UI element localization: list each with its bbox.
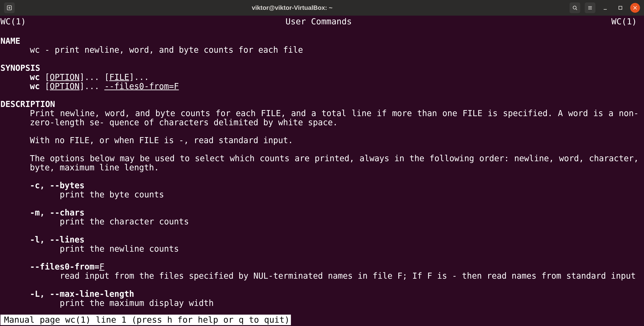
man-header-left: WC(1): [0, 17, 26, 26]
option-desc-bytes: print the byte counts: [0, 190, 644, 199]
description-para-2: With no FILE, or when FILE is -, read st…: [0, 136, 644, 145]
hamburger-icon: [587, 5, 593, 11]
description-para-3: The options below may be used to select …: [0, 154, 644, 172]
search-icon: [572, 5, 578, 11]
maximize-button[interactable]: [615, 3, 626, 13]
synopsis-bracket: [: [45, 82, 50, 91]
option-flag-prefix: --files0-from=: [30, 262, 100, 271]
blank-line: [0, 226, 644, 235]
window-titlebar: viktor@viktor-VirtualBox: ~: [0, 0, 644, 16]
option-desc-lines: print the newline counts: [0, 244, 644, 254]
titlebar-right-group: [570, 3, 640, 13]
blank-line: [0, 28, 644, 37]
man-header-right: WC(1): [612, 17, 637, 26]
svg-line-4: [576, 9, 577, 10]
new-tab-icon: [6, 5, 12, 11]
option-flags-chars: -m, --chars: [0, 208, 644, 218]
titlebar-left-group: [4, 3, 15, 13]
option-flag-arg: F: [100, 262, 104, 271]
synopsis-bracket: [: [45, 72, 50, 82]
synopsis-line-1: wc [OPTION]... [FILE]...: [0, 73, 644, 82]
window-title: viktor@viktor-VirtualBox: ~: [15, 5, 570, 11]
man-header-row: WC(1) User Commands WC(1): [0, 16, 644, 28]
blank-line: [0, 145, 644, 154]
option-desc-maxlen: print the maximum display width: [0, 299, 644, 308]
description-para-1: Print newline, word, and byte counts for…: [0, 109, 644, 127]
man-header-center: User Commands: [286, 17, 352, 26]
blank-line: [0, 91, 644, 100]
section-heading-name: NAME: [0, 37, 644, 46]
option-flags-bytes: -c, --bytes: [0, 181, 644, 190]
section-heading-synopsis: SYNOPSIS: [0, 64, 644, 73]
blank-line: [0, 55, 644, 64]
synopsis-bracket: ]...: [129, 72, 149, 82]
synopsis-line-2: wc [OPTION]... --files0-from=F: [0, 82, 644, 91]
option-flags-files0: --files0-from=F: [0, 262, 644, 271]
synopsis-cmd: wc: [30, 82, 40, 91]
maximize-icon: [617, 5, 624, 11]
name-text: wc - print newline, word, and byte count…: [0, 46, 644, 55]
man-status-line[interactable]: Manual page wc(1) line 1 (press h for he…: [0, 315, 291, 325]
synopsis-option: OPTION: [50, 72, 80, 82]
man-page-viewport[interactable]: WC(1) User Commands WC(1) NAME wc - prin…: [0, 16, 644, 308]
option-flags-maxlen: -L, --max-line-length: [0, 290, 644, 299]
blank-line: [0, 199, 644, 208]
close-button[interactable]: [630, 3, 640, 13]
synopsis-cmd: wc: [30, 72, 40, 82]
option-desc-chars: print the character counts: [0, 217, 644, 226]
option-flags-lines: -l, --lines: [0, 235, 644, 244]
synopsis-bracket: ]... [: [80, 72, 110, 82]
option-desc-files0: read input from the files specified by N…: [0, 271, 644, 281]
search-button[interactable]: [570, 3, 580, 13]
synopsis-arg: --files0-from=F: [104, 82, 179, 91]
svg-rect-9: [619, 6, 622, 9]
synopsis-option: OPTION: [50, 82, 80, 91]
new-tab-button[interactable]: [4, 3, 15, 13]
synopsis-file: FILE: [109, 72, 129, 82]
svg-point-3: [573, 6, 576, 9]
menu-button[interactable]: [585, 3, 596, 13]
blank-line: [0, 281, 644, 290]
blank-line: [0, 127, 644, 136]
blank-line: [0, 253, 644, 262]
minimize-button[interactable]: [600, 3, 610, 13]
section-heading-description: DESCRIPTION: [0, 100, 644, 109]
minimize-icon: [602, 5, 608, 11]
close-icon: [632, 5, 638, 11]
blank-line: [0, 172, 644, 181]
synopsis-bracket: ]...: [80, 82, 104, 91]
